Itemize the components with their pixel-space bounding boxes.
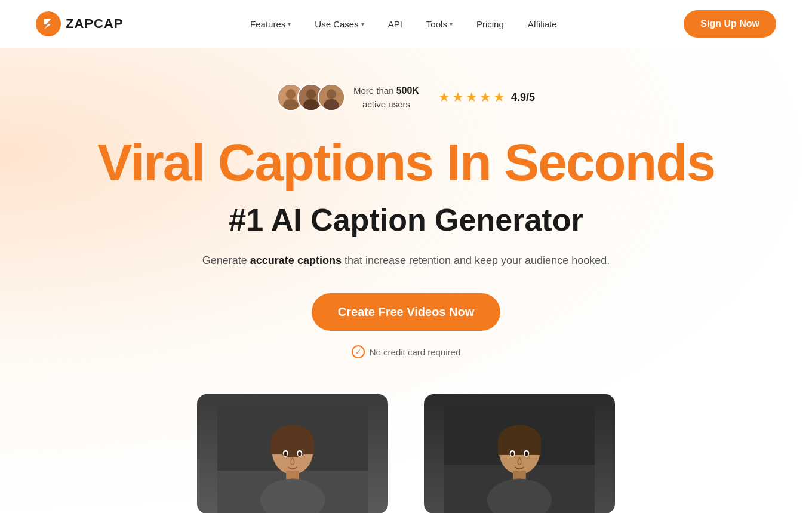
nav-label-features: Features xyxy=(250,19,285,29)
logo-link[interactable]: ZAPCAP xyxy=(36,11,123,36)
hero-description: Generate accurate captions that increase… xyxy=(12,252,800,269)
svg-rect-25 xyxy=(498,440,541,455)
hero-title: Viral Captions In Seconds xyxy=(12,135,800,190)
nav-label-pricing: Pricing xyxy=(476,19,504,29)
description-prefix: Generate xyxy=(202,254,250,266)
check-circle-icon: ✓ xyxy=(352,345,365,358)
nav-label-tools: Tools xyxy=(426,19,447,29)
nav-label-use-cases: Use Cases xyxy=(315,19,358,29)
video-person-1 xyxy=(197,394,388,513)
svg-point-19 xyxy=(284,452,287,456)
svg-point-2 xyxy=(286,89,296,99)
no-credit-card-text: No credit card required xyxy=(370,347,461,357)
star-2: ★ xyxy=(452,90,464,105)
nav-item-use-cases[interactable]: Use Cases ▾ xyxy=(305,14,373,34)
avatar xyxy=(318,84,345,111)
social-proof: More than 500K active users ★ ★ ★ ★ ★ 4.… xyxy=(12,84,800,111)
nav-item-features[interactable]: Features ▾ xyxy=(241,14,300,34)
video-card-1 xyxy=(197,394,388,513)
chevron-down-icon: ▾ xyxy=(450,21,453,27)
nav-item-tools[interactable]: Tools ▾ xyxy=(417,14,462,34)
signup-button[interactable]: Sign Up Now xyxy=(684,10,776,38)
hero-subtitle: #1 AI Caption Generator xyxy=(12,202,800,238)
star-4: ★ xyxy=(479,90,491,105)
svg-point-30 xyxy=(511,452,514,456)
user-count-text: More than 500K active users xyxy=(353,84,419,110)
nav-links: Features ▾ Use Cases ▾ API Tools ▾ Prici… xyxy=(241,14,567,34)
chevron-down-icon: ▾ xyxy=(288,21,291,27)
user-count-suffix: active users xyxy=(362,99,410,109)
user-count-prefix: More than xyxy=(353,85,396,96)
video-card-2 xyxy=(424,394,615,513)
stars: ★ ★ ★ ★ ★ xyxy=(438,90,505,105)
video-person-2 xyxy=(424,394,615,513)
person-silhouette-1 xyxy=(216,406,369,513)
nav-label-api: API xyxy=(388,19,402,29)
hero-section: More than 500K active users ★ ★ ★ ★ ★ 4.… xyxy=(0,48,812,382)
person-silhouette-2 xyxy=(443,406,596,513)
no-credit-card-notice: ✓ No credit card required xyxy=(12,345,800,358)
svg-rect-14 xyxy=(271,441,314,455)
user-count-bold: 500K xyxy=(396,85,419,96)
avatars-group xyxy=(277,84,345,111)
star-1: ★ xyxy=(438,90,450,105)
svg-point-8 xyxy=(327,89,336,99)
nav-item-affiliate[interactable]: Affiliate xyxy=(518,14,567,34)
description-suffix: that increase retention and keep your au… xyxy=(342,254,610,266)
description-bold: accurate captions xyxy=(250,254,342,266)
logo-text: ZAPCAP xyxy=(66,16,123,32)
cta-button[interactable]: Create Free Videos Now xyxy=(312,293,501,331)
rating-block: ★ ★ ★ ★ ★ 4.9/5 xyxy=(438,90,535,105)
nav-label-affiliate: Affiliate xyxy=(528,19,557,29)
svg-point-5 xyxy=(306,89,316,99)
navbar: ZAPCAP Features ▾ Use Cases ▾ API Tools … xyxy=(0,0,812,48)
star-3: ★ xyxy=(466,90,478,105)
svg-point-20 xyxy=(298,452,301,456)
videos-section xyxy=(0,382,812,513)
svg-point-31 xyxy=(525,452,528,456)
logo-icon xyxy=(36,11,61,36)
star-5: ★ xyxy=(493,90,505,105)
chevron-down-icon: ▾ xyxy=(361,21,364,27)
rating-value: 4.9/5 xyxy=(511,91,535,104)
nav-item-pricing[interactable]: Pricing xyxy=(467,14,513,34)
nav-item-api[interactable]: API xyxy=(379,14,412,34)
